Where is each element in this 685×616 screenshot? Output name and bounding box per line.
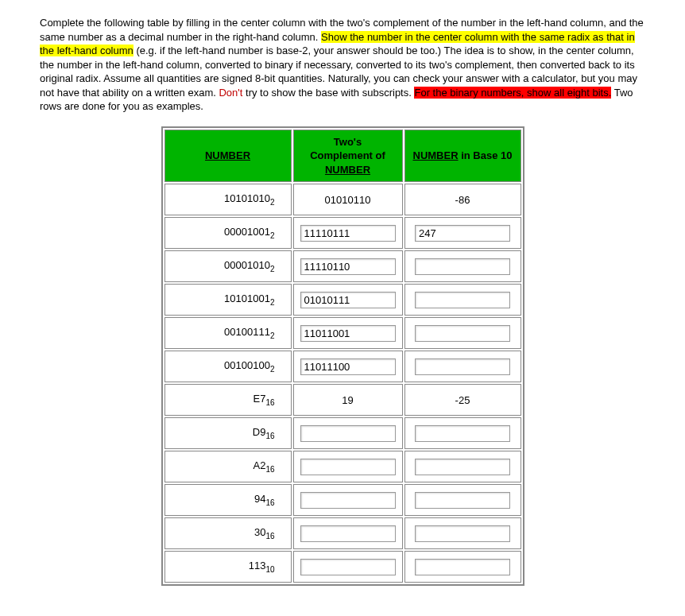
complement-input[interactable] (300, 525, 396, 542)
complement-cell (293, 250, 403, 282)
header-base10: NUMBER in Base 10 (404, 130, 521, 183)
table-row: 000010012 (164, 217, 521, 249)
complement-cell: 01010110 (293, 184, 403, 215)
table-row: 3016 (164, 517, 521, 549)
decimal-input[interactable] (415, 559, 510, 575)
complement-input[interactable] (300, 225, 396, 242)
table-row: 001001112 (164, 317, 521, 349)
instr-highlight-red: For the binary numbers, show all eight b… (414, 87, 611, 99)
complement-input[interactable] (300, 292, 396, 308)
number-cell: D916 (164, 417, 292, 449)
radix-subscript: 2 (270, 231, 275, 240)
decimal-input[interactable] (415, 358, 510, 375)
decimal-input[interactable] (415, 492, 510, 509)
decimal-cell (404, 484, 521, 516)
number-value: 113 (249, 560, 266, 571)
decimal-input[interactable] (415, 325, 510, 342)
complement-cell (293, 451, 403, 482)
table-row: 9416 (164, 484, 521, 516)
number-cell: 000010012 (164, 217, 292, 249)
table-row: 001001002 (164, 351, 521, 382)
decimal-cell (404, 250, 521, 282)
decimal-input[interactable] (415, 292, 510, 308)
number-cell: 11310 (164, 551, 292, 583)
complement-cell (293, 284, 403, 316)
decimal-cell: -25 (404, 384, 521, 416)
number-value: E7 (253, 393, 265, 405)
number-value: 30 (254, 526, 265, 538)
table-row: A216 (164, 451, 521, 482)
complement-cell (293, 517, 403, 549)
number-cell: 000010102 (164, 250, 292, 282)
decimal-cell (404, 517, 521, 549)
number-value: 00001010 (224, 259, 270, 271)
complement-cell (293, 317, 403, 349)
decimal-input[interactable] (415, 459, 510, 475)
table-row: 11310 (164, 551, 521, 583)
number-cell: 001001112 (164, 317, 292, 349)
number-cell: 9416 (164, 484, 292, 516)
number-value: 00100111 (224, 326, 270, 338)
header-complement: Two's Complement of NUMBER (293, 130, 403, 183)
decimal-input[interactable] (415, 425, 510, 442)
radix-subscript: 2 (270, 365, 275, 374)
complement-input[interactable] (300, 258, 396, 275)
complement-input[interactable] (300, 358, 396, 375)
table-row: 10101010201010110-86 (164, 184, 521, 215)
complement-cell (293, 351, 403, 382)
table-row: D916 (164, 417, 521, 449)
number-value: 00100100 (224, 359, 270, 371)
decimal-input[interactable] (415, 225, 510, 242)
radix-subscript: 16 (265, 432, 274, 440)
radix-subscript: 16 (265, 498, 274, 507)
decimal-value: -86 (455, 194, 470, 206)
complement-cell (293, 417, 403, 449)
number-cell: 101010012 (164, 284, 292, 316)
complement-value: 01010110 (325, 194, 371, 206)
complement-input[interactable] (300, 459, 396, 475)
decimal-input[interactable] (415, 258, 510, 275)
radix-subscript: 2 (270, 265, 275, 273)
complement-input[interactable] (300, 559, 396, 575)
decimal-cell (404, 284, 521, 316)
instr-dont: Don't (219, 87, 242, 99)
number-cell: A216 (164, 451, 292, 482)
radix-subscript: 16 (265, 465, 274, 474)
radix-subscript: 16 (265, 532, 274, 540)
complement-cell: 19 (293, 384, 403, 416)
radix-subscript: 2 (270, 331, 275, 340)
radix-subscript: 2 (270, 198, 275, 207)
number-value: 10101001 (224, 293, 270, 304)
table-row: E71619-25 (164, 384, 521, 416)
number-cell: 001001002 (164, 351, 292, 382)
table-row: 000010102 (164, 250, 521, 282)
instr-text-e: try to show the base with subscripts. (242, 87, 414, 99)
decimal-cell: -86 (404, 184, 521, 215)
complement-input[interactable] (300, 425, 396, 442)
number-value: D9 (253, 426, 266, 438)
decimal-cell (404, 551, 521, 583)
complement-input[interactable] (300, 325, 396, 342)
instructions: Complete the following table by filling … (40, 16, 645, 114)
number-value: 00001001 (224, 226, 270, 238)
number-cell: 101010102 (164, 184, 292, 215)
radix-subscript: 10 (265, 565, 274, 574)
complement-input[interactable] (300, 492, 396, 509)
complement-table: NUMBER Two's Complement of NUMBER NUMBER… (161, 126, 524, 587)
radix-subscript: 2 (270, 298, 275, 307)
complement-value: 19 (342, 394, 353, 406)
complement-cell (293, 484, 403, 516)
decimal-cell (404, 317, 521, 349)
decimal-input[interactable] (415, 525, 510, 542)
number-cell: E716 (164, 384, 292, 416)
number-value: A2 (253, 459, 265, 471)
decimal-cell (404, 451, 521, 482)
decimal-cell (404, 417, 521, 449)
number-value: 94 (254, 493, 265, 505)
header-number: NUMBER (164, 130, 292, 183)
radix-subscript: 16 (265, 398, 274, 407)
decimal-value: -25 (455, 394, 470, 406)
table-row: 101010012 (164, 284, 521, 316)
number-value: 10101010 (224, 192, 270, 204)
number-cell: 3016 (164, 517, 292, 549)
